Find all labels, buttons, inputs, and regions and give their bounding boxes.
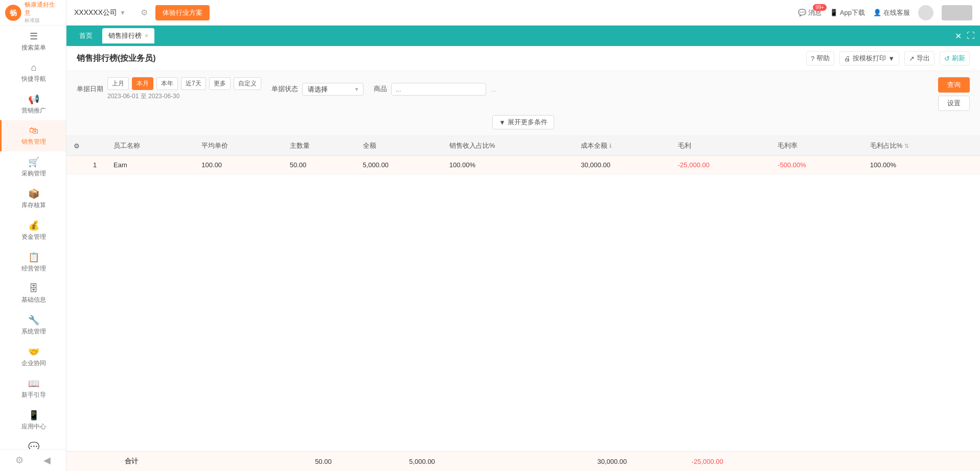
user-avatar-2 (942, 5, 972, 20)
search-icon: ☰ (30, 31, 38, 42)
goods-input[interactable] (391, 83, 486, 96)
table-body: 1Eam100.0050.005,000.00100.00%30,000.00-… (66, 156, 980, 174)
tab-sales-ranking[interactable]: 销售排行榜 × (102, 28, 154, 43)
message-badge: 99+ (813, 4, 827, 11)
user-avatar[interactable] (918, 5, 933, 20)
cell-gross: -25,000.00 (672, 156, 771, 174)
refresh-icon: ↺ (944, 55, 950, 62)
inventory-icon: 📦 (28, 188, 39, 199)
print-button[interactable]: 🖨 按模板打印 ▼ (839, 51, 899, 65)
page-actions: ? 帮助 🖨 按模板打印 ▼ ↗ 导出 ↺ 刷新 (806, 51, 970, 65)
sidebar-label-guide: 新手引导 (21, 391, 46, 399)
gross-pct-sort-icon[interactable]: ⇅ (904, 143, 909, 149)
date-btn-this-year[interactable]: 本年 (156, 77, 178, 90)
refresh-button[interactable]: ↺ 刷新 (940, 51, 970, 65)
sidebar-label-system: 系统管理 (21, 327, 46, 336)
print-icon: 🖨 (844, 55, 851, 62)
tab-home[interactable]: 首页 (72, 26, 100, 46)
cell-cost_total: 30,000.00 (575, 156, 672, 174)
guide-icon: 📖 (28, 378, 39, 389)
sidebar-item-inventory[interactable]: 📦 库存核算 (0, 183, 66, 215)
table-footer: 合计 50.00 5,000.00 30,000.00 -25,000.00 (66, 451, 980, 471)
sales-icon: 🛍 (29, 125, 38, 136)
print-label: 按模板打印 (853, 54, 886, 63)
date-btn-custom[interactable]: 自定义 (234, 77, 261, 90)
footer-total: 5,000.00 (409, 458, 503, 465)
service-label: 在线客服 (883, 8, 910, 17)
sidebar-item-guide[interactable]: 📖 新手引导 (0, 373, 66, 405)
sidebar-item-basic[interactable]: 🗄 基础信息 (0, 278, 66, 309)
date-btn-last-month[interactable]: 上月 (107, 77, 129, 90)
settings-icon[interactable]: ⚙ (141, 8, 148, 17)
sidebar-item-system[interactable]: 🔧 系统管理 (0, 309, 66, 341)
main-content: XXXXXX公司 ▼ ⚙ 体验行业方案 💬 消息 99+ 📱 App下载 👤 在… (66, 0, 980, 471)
company-selector[interactable]: XXXXXX公司 ▼ (74, 8, 135, 17)
cost-info-icon: ℹ (609, 143, 611, 149)
top-header: XXXXXX公司 ▼ ⚙ 体验行业方案 💬 消息 99+ 📱 App下载 👤 在… (66, 0, 980, 26)
status-select[interactable]: 请选择 (302, 83, 363, 96)
status-filter-group: 单据状态 请选择 ▼ (271, 83, 363, 96)
goods-more-icon[interactable]: … (490, 85, 497, 93)
sidebar-label-inventory: 库存核算 (21, 201, 46, 210)
collapse-icon[interactable]: ◀ (43, 455, 51, 466)
message-icon: 💬 (798, 9, 806, 16)
help-icon: ? (811, 55, 814, 62)
date-btn-this-month[interactable]: 本月 (132, 77, 153, 90)
sidebar-item-quick-nav[interactable]: ⌂ 快捷导航 (0, 57, 66, 88)
sidebar-item-purchase[interactable]: 🛒 采购管理 (0, 151, 66, 183)
filter-settings-button[interactable]: 设置 (938, 96, 970, 111)
settings-bottom-icon[interactable]: ⚙ (15, 455, 24, 466)
query-button[interactable]: 查询 (938, 77, 970, 93)
close-all-tabs-icon[interactable]: ✕ (955, 31, 962, 41)
tab-label: 销售排行榜 (108, 31, 142, 40)
company-dropdown-arrow: ▼ (120, 9, 126, 16)
cell-rank: 1 (87, 156, 107, 174)
help-label: 帮助 (816, 54, 830, 63)
date-btn-7days[interactable]: 近7天 (181, 77, 206, 90)
status-select-wrapper: 请选择 ▼ (302, 83, 363, 96)
purchase-icon: 🛒 (28, 156, 39, 168)
sidebar-item-search[interactable]: ☰ 搜索菜单 (0, 26, 66, 57)
filter-inputs: 单据日期 上月 本月 本年 近7天 更多 自定义 2023-06-01 至 20… (77, 77, 925, 101)
sidebar: 畅 畅康通好生意 标准版 ☰ 搜索菜单 ⌂ 快捷导航 📢 营销推广 🛍 销售管理… (0, 0, 66, 471)
message-button[interactable]: 💬 消息 99+ (798, 8, 822, 17)
cell-total: 5,000.00 (357, 156, 443, 174)
refresh-label: 刷新 (952, 54, 965, 63)
right-buttons: 查询 设置 (938, 77, 970, 111)
app-center-icon: 📱 (28, 410, 39, 421)
col-avg-price: 平均单价 (195, 136, 283, 156)
app-icon: 📱 (830, 9, 838, 16)
date-filter-top: 上月 本月 本年 近7天 更多 自定义 (107, 77, 261, 90)
sidebar-item-app-center[interactable]: 📱 应用中心 (0, 405, 66, 436)
table-header-row: ⚙ 员工名称 平均单价 主数量 全额 销售收入占比% 成本全额 ℹ 毛利 毛利率… (66, 136, 980, 156)
cell-sales_pct: 100.00% (443, 156, 575, 174)
sidebar-item-operations[interactable]: 📋 经营管理 (0, 246, 66, 278)
fullscreen-icon[interactable]: ⛶ (967, 31, 975, 40)
experience-button[interactable]: 体验行业方案 (155, 5, 210, 20)
date-btn-more[interactable]: 更多 (209, 77, 231, 90)
sidebar-item-sales[interactable]: 🛍 销售管理 (0, 120, 66, 151)
col-settings[interactable]: ⚙ (66, 136, 87, 156)
finance-icon: 💰 (28, 220, 39, 231)
col-sales-pct: 销售收入占比% (443, 136, 575, 156)
sidebar-item-finance[interactable]: 💰 资金管理 (0, 215, 66, 246)
wechat-icon: 💬 (28, 441, 39, 449)
footer-cost-total: 30,000.00 (598, 458, 692, 465)
date-filter-label: 单据日期 (77, 84, 103, 94)
sidebar-item-enterprise[interactable]: 🤝 企业协同 (0, 341, 66, 373)
tab-close-icon[interactable]: × (145, 32, 148, 39)
col-name: 员工名称 (107, 136, 195, 156)
sidebar-label-operations: 经营管理 (21, 264, 46, 273)
online-service-button[interactable]: 👤 在线客服 (873, 8, 910, 17)
sidebar-item-wechat[interactable]: 💬 企业微信 (0, 436, 66, 449)
marketing-icon: 📢 (28, 94, 39, 105)
export-button[interactable]: ↗ 导出 (904, 51, 935, 65)
sidebar-item-marketing[interactable]: 📢 营销推广 (0, 88, 66, 120)
sidebar-label-purchase: 采购管理 (21, 169, 46, 178)
app-download-button[interactable]: 📱 App下载 (830, 8, 865, 17)
operations-icon: 📋 (28, 252, 39, 263)
expand-label: 展开更多条件 (508, 118, 548, 127)
help-button[interactable]: ? 帮助 (806, 51, 834, 65)
expand-more-button[interactable]: ▼ 展开更多条件 (492, 115, 554, 129)
sidebar-label-quick-nav: 快捷导航 (21, 75, 46, 83)
